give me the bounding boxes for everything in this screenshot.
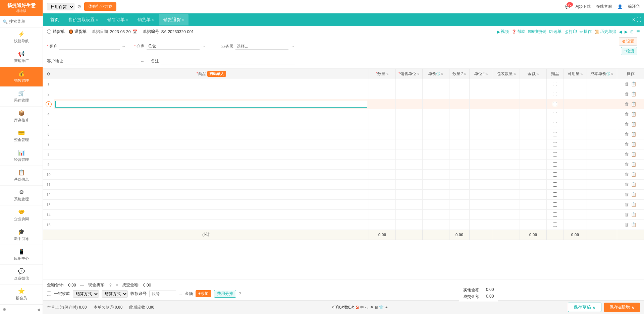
- available-cell[interactable]: [564, 190, 587, 200]
- qty2-cell[interactable]: [449, 210, 470, 220]
- gift-checkbox[interactable]: [553, 132, 557, 136]
- save-draft-button[interactable]: 保存草稿 ∧: [568, 303, 601, 312]
- available-cell[interactable]: [564, 119, 587, 129]
- available-cell[interactable]: [564, 79, 587, 89]
- gift-cell[interactable]: [547, 220, 564, 230]
- remark-input[interactable]: [161, 58, 295, 64]
- delete-row-icon[interactable]: 🗑: [625, 152, 629, 157]
- add-row-button[interactable]: +: [46, 101, 52, 107]
- delete-row-icon[interactable]: 🗑: [625, 81, 629, 86]
- online-service-link[interactable]: 在线客服: [596, 4, 612, 9]
- price-cell[interactable]: [423, 99, 449, 109]
- unit-cell[interactable]: [396, 160, 423, 170]
- sidebar-item-app-center[interactable]: 📱 应用中心: [0, 245, 43, 265]
- amount-cell[interactable]: [520, 119, 547, 129]
- qty2-cell[interactable]: [449, 89, 470, 99]
- qty-cell[interactable]: [369, 119, 396, 129]
- unit2-cell[interactable]: [470, 220, 493, 230]
- qty-cell[interactable]: [369, 79, 396, 89]
- split-help-icon[interactable]: ?: [239, 292, 241, 296]
- unit2-cell[interactable]: [470, 89, 493, 99]
- help-question-icon[interactable]: ?: [109, 283, 112, 288]
- delete-row-icon[interactable]: 🗑: [625, 112, 629, 117]
- sidebar-item-purchase[interactable]: 🛒 采购管理: [0, 87, 43, 107]
- product-cell[interactable]: [54, 99, 369, 109]
- product-cell[interactable]: [54, 89, 369, 99]
- copy-row-icon[interactable]: 📋: [631, 162, 636, 167]
- delete-row-icon[interactable]: 🗑: [625, 172, 629, 177]
- gift-checkbox[interactable]: [553, 92, 557, 96]
- copy-row-icon[interactable]: 📋: [631, 182, 636, 187]
- pkg-qty-cell[interactable]: [493, 210, 520, 220]
- qty2-cell[interactable]: [449, 139, 470, 149]
- grid-view-icon[interactable]: ⊞: [630, 29, 634, 34]
- radio-sale[interactable]: 销货单: [47, 29, 65, 35]
- gift-checkbox[interactable]: [553, 212, 557, 217]
- address-dots-icon[interactable]: ···: [141, 59, 144, 64]
- tab-sales-order[interactable]: 销售订单 ×: [103, 14, 133, 25]
- sidebar-item-operations[interactable]: 📊 经营管理: [0, 146, 43, 166]
- qty2-cell[interactable]: [449, 200, 470, 210]
- qty-cell[interactable]: [369, 210, 396, 220]
- delete-row-icon[interactable]: 🗑: [625, 182, 629, 187]
- gift-cell[interactable]: [547, 210, 564, 220]
- dots-icon[interactable]: ···: [179, 292, 182, 296]
- next-record-icon[interactable]: ▶: [625, 29, 628, 34]
- unit-cell[interactable]: [396, 149, 423, 160]
- operate-btn[interactable]: ✏ 操作: [580, 29, 592, 35]
- sidebar-item-system[interactable]: ⚙ 系统管理: [0, 186, 43, 205]
- pkg-qty-cell[interactable]: [493, 89, 520, 99]
- qty-cell[interactable]: [369, 160, 396, 170]
- qty-cell[interactable]: [369, 99, 396, 109]
- gift-checkbox[interactable]: [553, 112, 557, 116]
- gift-cell[interactable]: [547, 79, 564, 89]
- unit2-cell[interactable]: [470, 200, 493, 210]
- scan-btn[interactable]: 扫码录入: [207, 71, 226, 77]
- gift-cell[interactable]: [547, 200, 564, 210]
- price-cell[interactable]: [423, 79, 449, 89]
- price-cell[interactable]: [423, 200, 449, 210]
- price-cell[interactable]: [423, 139, 449, 149]
- unit2-cell[interactable]: [470, 170, 493, 180]
- unit2-cell[interactable]: [470, 99, 493, 109]
- settings-icon[interactable]: ⚙: [3, 307, 6, 312]
- amount-cell[interactable]: [520, 89, 547, 99]
- radio-return[interactable]: 退货单: [69, 29, 87, 35]
- product-cell[interactable]: [54, 200, 369, 210]
- staff-input[interactable]: [235, 43, 288, 50]
- radio-return-input[interactable]: [69, 29, 73, 34]
- qty-cell[interactable]: [369, 180, 396, 190]
- tab-sales-return[interactable]: 销货退货 ×: [159, 14, 189, 25]
- list-view-icon[interactable]: ☰: [636, 29, 640, 34]
- price-cell[interactable]: [423, 149, 449, 160]
- unit-cell[interactable]: [396, 119, 423, 129]
- qty-cell[interactable]: [369, 139, 396, 149]
- unit-cell[interactable]: [396, 99, 423, 109]
- copy-row-icon[interactable]: 📋: [631, 172, 636, 177]
- qty-cell[interactable]: [369, 200, 396, 210]
- setup-button[interactable]: ⚙ 设置: [619, 37, 637, 46]
- qty2-cell[interactable]: [449, 220, 470, 230]
- gift-checkbox[interactable]: [553, 142, 557, 146]
- delete-row-icon[interactable]: 🗑: [625, 122, 629, 127]
- qty-cell[interactable]: [369, 190, 396, 200]
- price-cell[interactable]: [423, 220, 449, 230]
- pkg-qty-cell[interactable]: [493, 149, 520, 160]
- qty-cell[interactable]: [369, 220, 396, 230]
- copy-row-icon[interactable]: 📋: [631, 112, 636, 117]
- sidebar-item-guide[interactable]: 🎓 新手引导: [0, 225, 43, 245]
- amount-cell[interactable]: [520, 160, 547, 170]
- product-cell[interactable]: [54, 170, 369, 180]
- prev-record-icon[interactable]: ◀: [619, 29, 622, 34]
- history-btn[interactable]: 📜 历史单据: [594, 29, 616, 35]
- pkg-qty-cell[interactable]: [493, 200, 520, 210]
- price-cell[interactable]: [423, 170, 449, 180]
- sidebar-item-inventory[interactable]: 📦 库存核算: [0, 107, 43, 126]
- gift-checkbox[interactable]: [553, 122, 557, 126]
- delete-row-icon[interactable]: 🗑: [625, 222, 629, 227]
- gift-checkbox[interactable]: [553, 102, 557, 106]
- col-header-gear[interactable]: ⚙: [43, 69, 54, 79]
- pkg-qty-cell[interactable]: [493, 190, 520, 200]
- delete-row-icon[interactable]: 🗑: [625, 91, 629, 97]
- gift-checkbox[interactable]: [553, 172, 557, 177]
